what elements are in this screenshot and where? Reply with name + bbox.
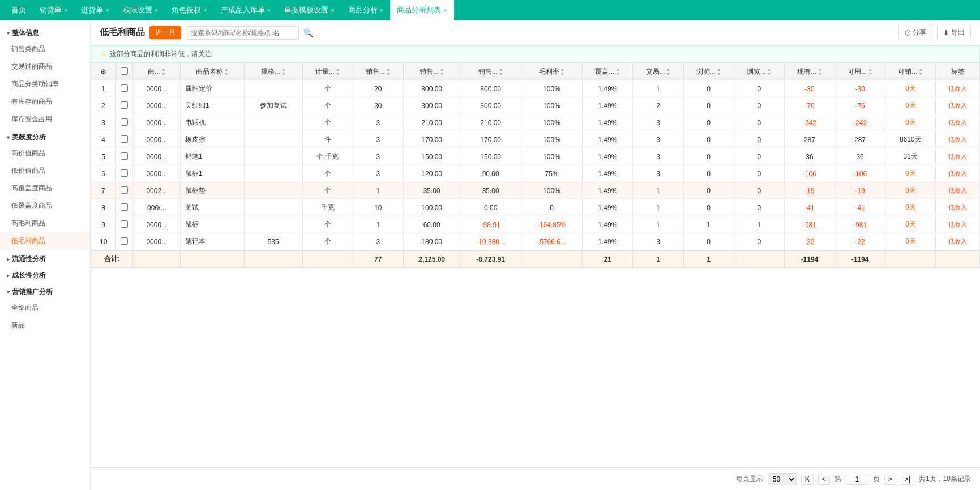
sidebar-item-stocked-products[interactable]: 有库存的商品	[0, 93, 90, 110]
row-select-checkbox[interactable]	[121, 186, 128, 194]
nav-product-analysis-close[interactable]: ×	[380, 7, 383, 14]
nav-purchase-order-close[interactable]: ×	[105, 7, 109, 14]
sidebar-item-inventory-capital[interactable]: 库存资金占用	[0, 110, 90, 128]
row-name[interactable]: 吴细细1	[181, 97, 245, 114]
nav-sales-order[interactable]: 销货单 ×	[33, 0, 74, 20]
row-checkbox[interactable]	[116, 97, 133, 114]
row-trade[interactable]: 0	[683, 165, 734, 182]
col-name[interactable]: 商品名称▲▼	[181, 63, 245, 80]
col-coverage[interactable]: 覆盖...▲▼	[583, 63, 633, 80]
row-name[interactable]: 鼠标垫	[181, 182, 245, 199]
col-browse1[interactable]: 浏览...▲▼	[683, 63, 734, 80]
row-trade[interactable]: 0	[683, 80, 734, 97]
col-sales-profit[interactable]: 销售...▲▼	[460, 63, 521, 80]
trade-link[interactable]: 0	[707, 187, 711, 195]
col-available[interactable]: 可用...▲▼	[835, 63, 885, 80]
last-page-button[interactable]: >|	[901, 474, 914, 485]
per-page-select[interactable]: 50 100 200	[768, 473, 797, 485]
trade-link[interactable]: 0	[707, 85, 711, 93]
sidebar-group-circulation[interactable]: ▸ 流通性分析	[0, 250, 90, 266]
sidebar-group-contribution[interactable]: ▾ 美献度分析	[0, 128, 90, 144]
col-unit[interactable]: 计量...▲▼	[302, 63, 353, 80]
sidebar-item-high-coverage[interactable]: 高覆盖度商品	[0, 180, 90, 197]
row-select-checkbox[interactable]	[121, 135, 128, 143]
col-settings[interactable]: ⚙	[91, 63, 116, 80]
row-name[interactable]: 鼠标	[181, 216, 245, 233]
nav-product-analysis[interactable]: 商品分析 ×	[341, 0, 390, 20]
nav-product-inbound-close[interactable]: ×	[267, 7, 271, 14]
col-code[interactable]: 商...▲▼	[133, 63, 181, 80]
sidebar-item-traded-products[interactable]: 交易过的商品	[0, 58, 90, 75]
search-input[interactable]	[186, 26, 299, 40]
export-button[interactable]: ⬇ 导出	[937, 25, 971, 40]
search-button[interactable]: 🔍	[303, 28, 313, 37]
sidebar-group-growth[interactable]: ▸ 成长性分析	[0, 266, 90, 283]
row-select-checkbox[interactable]	[121, 84, 128, 92]
sidebar-group-marketing[interactable]: ▾ 营销推广分析	[0, 283, 90, 299]
row-checkbox[interactable]	[116, 131, 133, 148]
nav-product-inbound[interactable]: 产成品入库单 ×	[214, 0, 277, 20]
row-select-checkbox[interactable]	[121, 220, 128, 228]
nav-product-analysis-list[interactable]: 商品分析列表 ×	[390, 0, 453, 20]
row-name[interactable]: 测试	[181, 199, 245, 216]
sidebar-group-overall[interactable]: ▾ 整体信息	[0, 24, 90, 40]
col-select-all[interactable]	[116, 63, 133, 80]
trade-link[interactable]: 0	[707, 170, 711, 178]
row-name[interactable]: 电话机	[181, 114, 245, 131]
row-checkbox[interactable]	[116, 216, 133, 233]
col-sales-amount[interactable]: 销售...▲▼	[403, 63, 460, 80]
nav-role-auth-close[interactable]: ×	[203, 7, 207, 14]
row-name[interactable]: 橡皮擦	[181, 131, 245, 148]
row-trade[interactable]: 0	[683, 114, 734, 131]
row-name[interactable]: 笔记本	[181, 233, 245, 251]
share-button[interactable]: ⬡ 分享	[898, 25, 932, 40]
first-page-button[interactable]: K	[801, 474, 814, 485]
row-trade[interactable]: 0	[683, 182, 734, 199]
sidebar-item-high-value[interactable]: 高价值商品	[0, 144, 90, 162]
row-name[interactable]: 铅笔1	[181, 148, 245, 165]
row-checkbox[interactable]	[116, 114, 133, 131]
row-select-checkbox[interactable]	[121, 169, 128, 177]
row-checkbox[interactable]	[116, 165, 133, 182]
row-trade[interactable]: 0	[683, 199, 734, 216]
sidebar-item-category-sales-rate[interactable]: 商品分类助销率	[0, 75, 90, 93]
nav-bill-template-close[interactable]: ×	[331, 7, 334, 14]
row-select-checkbox[interactable]	[121, 237, 128, 245]
row-trade[interactable]: 0	[683, 131, 734, 148]
sidebar-item-low-gross[interactable]: 低毛利商品	[0, 232, 90, 250]
trade-link[interactable]: 0	[707, 119, 711, 127]
trade-link[interactable]: 0	[707, 204, 711, 212]
row-checkbox[interactable]	[116, 182, 133, 199]
row-select-checkbox[interactable]	[121, 101, 128, 109]
row-name[interactable]: 鼠标1	[181, 165, 245, 182]
sidebar-item-low-coverage[interactable]: 低覆盖度商品	[0, 197, 90, 215]
trade-link[interactable]: 0	[707, 136, 711, 144]
nav-role-auth[interactable]: 角色授权 ×	[165, 0, 213, 20]
col-browse2[interactable]: 浏览...▲▼	[734, 63, 784, 80]
trade-link[interactable]: 0	[707, 153, 711, 161]
sidebar-item-high-gross[interactable]: 高毛利商品	[0, 215, 90, 232]
next-page-button[interactable]: >	[884, 474, 896, 485]
row-select-checkbox[interactable]	[121, 203, 128, 211]
col-spec[interactable]: 规格...▲▼	[244, 63, 302, 80]
trade-link[interactable]: 0	[707, 238, 711, 246]
nav-bill-template[interactable]: 单据模板设置 ×	[277, 0, 341, 20]
trade-link[interactable]: 0	[707, 102, 711, 110]
filter-recent-month-button[interactable]: 近一月	[149, 26, 181, 39]
page-number-input[interactable]	[846, 474, 868, 485]
nav-product-analysis-list-close[interactable]: ×	[443, 7, 447, 14]
nav-permission-settings[interactable]: 权限设置 ×	[116, 0, 165, 20]
row-checkbox[interactable]	[116, 80, 133, 97]
nav-purchase-order[interactable]: 进货单 ×	[74, 0, 115, 20]
col-trade[interactable]: 交易...▲▼	[633, 63, 683, 80]
row-checkbox[interactable]	[116, 233, 133, 251]
col-sales-qty[interactable]: 销售...▲▼	[353, 63, 403, 80]
nav-sales-order-close[interactable]: ×	[64, 7, 67, 14]
row-trade[interactable]: 0	[683, 97, 734, 114]
nav-home[interactable]: 首页	[5, 0, 33, 20]
nav-permission-settings-close[interactable]: ×	[155, 7, 158, 14]
col-gross-rate[interactable]: 毛利率▲▼	[521, 63, 582, 80]
col-saleable[interactable]: 可销...▲▼	[885, 63, 936, 80]
prev-page-button[interactable]: <	[818, 474, 830, 485]
row-trade[interactable]: 0	[683, 233, 734, 251]
